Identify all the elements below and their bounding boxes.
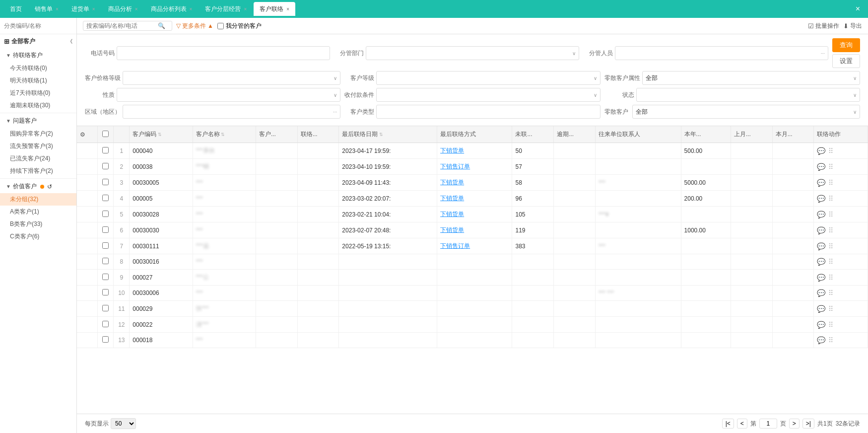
region-select[interactable]: ··· xyxy=(123,105,340,119)
sidebar-item-declining[interactable]: 持续下滑客户(2) xyxy=(0,165,76,177)
query-button[interactable]: 查询 xyxy=(832,38,860,52)
dept-select[interactable]: ∨ xyxy=(366,46,579,60)
row-checkbox[interactable] xyxy=(102,305,109,311)
row-last-contact-way-cell[interactable]: 下销售订单 xyxy=(437,159,512,175)
first-page-button[interactable]: |< xyxy=(722,419,734,429)
sidebar-search-input[interactable] xyxy=(4,22,77,29)
close-purchase-tab[interactable]: × xyxy=(92,6,95,12)
retail-customer-select[interactable]: 全部 ∨ xyxy=(632,105,860,119)
row-checkbox[interactable] xyxy=(102,211,109,217)
customer-type-select[interactable] xyxy=(376,105,600,119)
last-page-button[interactable]: >| xyxy=(802,419,814,429)
payment-select[interactable]: ∨ xyxy=(376,88,600,102)
chat-icon[interactable]: 💬 xyxy=(817,147,825,155)
settings-col-header[interactable]: ⚙ xyxy=(77,126,98,143)
reset-button[interactable]: 设置 xyxy=(832,54,860,68)
row-check-cell[interactable] xyxy=(98,333,114,348)
sidebar-item-today-pending[interactable]: 今天待联络(0) xyxy=(0,62,76,74)
sidebar-item-class-c[interactable]: C类客户(6) xyxy=(0,230,76,243)
row-check-cell[interactable] xyxy=(98,270,114,286)
chat-icon[interactable]: 💬 xyxy=(817,163,825,171)
row-last-contact-way-cell[interactable]: 下销货单 xyxy=(437,207,512,222)
row-checkbox[interactable] xyxy=(102,179,109,185)
value-group[interactable]: ▼ 价值客户 ↺ xyxy=(0,180,76,193)
row-last-contact-way-cell[interactable] xyxy=(437,270,512,286)
tab-customer-contact[interactable]: 客户联络 × xyxy=(254,2,295,16)
row-check-cell[interactable] xyxy=(98,222,114,238)
close-customer-contact-tab[interactable]: × xyxy=(286,6,289,12)
row-last-contact-way-cell[interactable] xyxy=(437,254,512,270)
all-customers-header[interactable]: ⊞ 全部客户 《 xyxy=(0,34,76,49)
row-check-cell[interactable] xyxy=(98,238,114,254)
sidebar-item-churn-warning[interactable]: 流失预警客户(3) xyxy=(0,140,76,152)
batch-op-button[interactable]: ☑ 批量操作 xyxy=(808,22,839,30)
row-last-contact-way-cell[interactable] xyxy=(437,286,512,301)
row-last-contact-way-cell[interactable]: 下销货单 xyxy=(437,191,512,207)
more-actions-icon[interactable]: ⠿ xyxy=(828,289,833,297)
sidebar-item-week-pending[interactable]: 近7天待联络(0) xyxy=(0,87,76,99)
row-check-cell[interactable] xyxy=(98,286,114,301)
row-checkbox[interactable] xyxy=(102,163,109,169)
row-last-contact-way-cell[interactable] xyxy=(437,317,512,333)
row-checkbox[interactable] xyxy=(102,274,109,280)
customer-level-select[interactable]: ∨ xyxy=(376,71,600,85)
tab-purchase[interactable]: 进货单 × xyxy=(66,2,101,16)
row-check-cell[interactable] xyxy=(98,207,114,222)
code-col-header[interactable]: 客户编码 xyxy=(130,126,193,143)
more-actions-icon[interactable]: ⠿ xyxy=(828,163,833,171)
more-actions-icon[interactable]: ⠿ xyxy=(828,336,833,344)
phone-input[interactable] xyxy=(117,46,330,60)
chat-icon[interactable]: 💬 xyxy=(817,195,825,203)
check-col-header[interactable] xyxy=(98,126,114,143)
row-last-contact-way-cell[interactable]: 下销货单 xyxy=(437,222,512,238)
row-check-cell[interactable] xyxy=(98,175,114,191)
row-last-contact-way-cell[interactable]: 下销售订单 xyxy=(437,238,512,254)
sidebar-item-class-b[interactable]: B类客户(33) xyxy=(0,218,76,230)
more-actions-icon[interactable]: ⠿ xyxy=(828,226,833,234)
chat-icon[interactable]: 💬 xyxy=(817,321,825,329)
status-select[interactable]: ∨ xyxy=(636,88,860,102)
sidebar-item-churned[interactable]: 已流失客户(24) xyxy=(0,152,76,165)
sidebar-item-hoard-abnormal[interactable]: 囤购异常客户(2) xyxy=(0,128,76,140)
more-actions-icon[interactable]: ⠿ xyxy=(828,258,833,266)
filter-search-icon[interactable]: 🔍 xyxy=(158,22,165,29)
more-actions-icon[interactable]: ⠿ xyxy=(828,305,833,313)
row-check-cell[interactable] xyxy=(98,301,114,317)
row-checkbox[interactable] xyxy=(102,258,109,264)
close-sales-tab[interactable]: × xyxy=(56,6,59,12)
sidebar-item-ungroup[interactable]: 未分组(32) xyxy=(0,193,76,206)
row-checkbox[interactable] xyxy=(102,289,109,295)
row-checkbox[interactable] xyxy=(102,321,109,327)
sidebar-item-overdue-pending[interactable]: 逾期未联络(30) xyxy=(0,99,76,112)
chat-icon[interactable]: 💬 xyxy=(817,226,825,234)
row-check-cell[interactable] xyxy=(98,317,114,333)
row-check-cell[interactable] xyxy=(98,143,114,159)
manager-select[interactable]: ··· xyxy=(615,46,828,60)
chat-icon[interactable]: 💬 xyxy=(817,289,825,297)
row-last-contact-way-cell[interactable]: 下销货单 xyxy=(437,143,512,159)
row-check-cell[interactable] xyxy=(98,191,114,207)
sidebar-item-class-a[interactable]: A类客户(1) xyxy=(0,206,76,218)
row-last-contact-way-cell[interactable]: 下销货单 xyxy=(437,175,512,191)
page-number-input[interactable] xyxy=(759,419,777,429)
more-actions-icon[interactable]: ⠿ xyxy=(828,179,833,187)
more-actions-icon[interactable]: ⠿ xyxy=(828,195,833,203)
price-level-select[interactable]: ∨ xyxy=(123,71,340,85)
close-goods-analysis-list-tab[interactable]: × xyxy=(190,6,193,12)
more-actions-icon[interactable]: ⠿ xyxy=(828,321,833,329)
name-col-header[interactable]: 客户名称 xyxy=(193,126,256,143)
gender-select[interactable]: ∨ xyxy=(117,88,340,102)
more-actions-icon[interactable]: ⠿ xyxy=(828,242,833,250)
tab-home[interactable]: 首页 xyxy=(4,2,28,16)
tab-goods-analysis-list[interactable]: 商品分析列表 × xyxy=(145,2,199,16)
row-last-contact-way-cell[interactable] xyxy=(437,333,512,348)
row-check-cell[interactable] xyxy=(98,159,114,175)
select-all-checkbox[interactable] xyxy=(102,131,109,137)
tab-goods-analysis[interactable]: 商品分析 × xyxy=(102,2,144,16)
chat-icon[interactable]: 💬 xyxy=(817,242,825,250)
filter-search-input[interactable] xyxy=(86,22,156,29)
close-all-button[interactable]: × xyxy=(852,4,864,13)
chat-icon[interactable]: 💬 xyxy=(817,258,825,266)
close-goods-analysis-tab[interactable]: × xyxy=(135,6,138,12)
row-checkbox[interactable] xyxy=(102,147,109,153)
